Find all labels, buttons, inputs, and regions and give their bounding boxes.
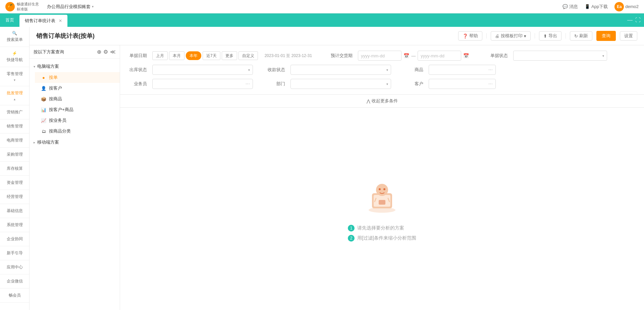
- tree-expand-icon2: ▸: [34, 141, 35, 144]
- status-select[interactable]: [514, 51, 607, 60]
- dept-select[interactable]: [291, 79, 391, 89]
- dept-select-wrapper: ▾: [290, 79, 391, 89]
- tab-home[interactable]: 首页: [0, 13, 19, 27]
- sidebar-item-newbie[interactable]: 新手引导: [0, 246, 29, 260]
- sidebar-item-sales[interactable]: 销售管理: [0, 119, 29, 134]
- collapse-text: ⋀ 收起更多条件: [367, 98, 398, 104]
- date-tag-last-month[interactable]: 上月: [152, 51, 168, 60]
- empty-hint: 1 请先选择要分析的方案 2 用[过滤]条件来缩小分析范围: [348, 225, 416, 242]
- scheme-by-category[interactable]: 🗂 按商品分类: [35, 126, 120, 137]
- scheme-by-order[interactable]: ● 按单: [35, 72, 120, 83]
- query-button[interactable]: 查询: [596, 31, 616, 41]
- collapse-icon: ⋀: [367, 99, 370, 104]
- tree-pc-parent[interactable]: ▾ 电脑端方案: [30, 61, 120, 72]
- hint-number-2: 2: [348, 235, 355, 242]
- staff-input[interactable]: [155, 80, 246, 88]
- radio-icon: ●: [40, 74, 47, 81]
- refresh-button[interactable]: ↻ 刷新: [570, 31, 592, 41]
- tree-mobile-parent[interactable]: ▸ 移动端方案: [30, 137, 120, 148]
- status-select-wrapper: ▾: [513, 51, 607, 61]
- divider2: [535, 33, 535, 39]
- sidebar-item-collab[interactable]: 企业协同: [0, 232, 29, 246]
- tab-minimize-icon[interactable]: —: [627, 17, 633, 23]
- scheme-by-customer[interactable]: 👤 按客户: [35, 83, 120, 94]
- sidebar-quick-nav[interactable]: ⚡ 快捷导航: [0, 47, 29, 67]
- pay-status-select[interactable]: [291, 65, 391, 74]
- calendar-to-icon[interactable]: 📅: [463, 53, 469, 58]
- tab-sales-stats[interactable]: 销售订单统计表 ✕: [19, 15, 67, 27]
- sidebar-item-ecom[interactable]: 电商管理: [0, 134, 29, 148]
- quick-nav-icon: ⚡: [12, 51, 17, 56]
- logo-area: 🍊 畅捷通好生意 标准版: [5, 2, 39, 11]
- top-bar-right: 💬 消息 📱 App下载 Ea demo2: [562, 2, 639, 11]
- date-tag-more[interactable]: 更多: [222, 51, 237, 60]
- sidebar-search[interactable]: 🔍 搜索菜单: [0, 27, 29, 47]
- download-icon: 📱: [585, 4, 590, 9]
- date-tag-this-year[interactable]: 本年: [186, 51, 201, 60]
- print-button[interactable]: 🖨 按模板打印 ▾: [491, 31, 531, 41]
- date-tag-this-month[interactable]: 本月: [169, 51, 184, 60]
- sidebar-item-finance[interactable]: 资金管理: [0, 176, 29, 190]
- staff-label: 业务员: [127, 81, 147, 87]
- date-label: 单据日期: [127, 53, 147, 59]
- date-tag-7days[interactable]: 近7天: [203, 51, 220, 60]
- message-button[interactable]: 💬 消息: [562, 4, 578, 10]
- user-area[interactable]: Ea demo2: [614, 2, 639, 11]
- logo-text: 畅捷通好生意 标准版: [17, 2, 39, 11]
- sidebar-item-wechat[interactable]: 企业微信: [0, 274, 29, 289]
- pay-status-select-wrapper: ▾: [290, 65, 391, 75]
- svg-point-3: [376, 184, 388, 196]
- settings-button[interactable]: 设置: [620, 31, 637, 41]
- app-selector[interactable]: 办公用品行业模拟账套 ▾: [47, 4, 94, 10]
- filter-row-2: 出库状态 ▾ 收款状态 ▾ 商品 ···: [127, 65, 637, 75]
- logo-icon: 🍊: [5, 2, 15, 11]
- page-actions: ❓ 帮助 🖨 按模板打印 ▾ ⬆ 导出 ↻ 刷新: [458, 31, 637, 41]
- expected-delivery-label: 预计交货期: [331, 53, 353, 59]
- goods-more-icon[interactable]: ···: [488, 67, 493, 73]
- sidebar-item-ops[interactable]: 经营管理: [0, 190, 29, 204]
- print-icon: 🖨: [495, 34, 499, 39]
- collapse-conditions-bar[interactable]: ⋀ 收起更多条件: [120, 95, 644, 108]
- date-tag-custom[interactable]: 自定义: [238, 51, 258, 60]
- tab-close-icon[interactable]: ✕: [59, 18, 62, 23]
- tab-expand-icon[interactable]: ⛶: [635, 17, 641, 23]
- print-dropdown-icon: ▾: [524, 34, 526, 39]
- sidebar-item-basic[interactable]: 基础信息: [0, 204, 29, 218]
- chevron-down-icon: ▾: [92, 5, 94, 8]
- download-button[interactable]: 📱 App下载: [585, 4, 608, 10]
- goods-input[interactable]: [432, 66, 488, 74]
- ship-status-select[interactable]: [153, 65, 253, 74]
- main-content: 🔍 搜索菜单 ⚡ 快捷导航 零售管理 ▾ 批发管理 ▴ 营销推广 销售管理 电商…: [0, 27, 644, 310]
- search-icon: 🔍: [12, 31, 17, 36]
- date-sep: —: [411, 53, 416, 58]
- staff-more-icon[interactable]: ···: [246, 81, 250, 87]
- export-button[interactable]: ⬆ 导出: [539, 31, 561, 41]
- date-from-input[interactable]: [358, 51, 401, 61]
- sidebar-item-system[interactable]: 系统管理: [0, 218, 29, 232]
- collapse-panel-icon[interactable]: ≪: [110, 49, 116, 55]
- settings-scheme-icon[interactable]: ⚙: [103, 49, 108, 55]
- add-scheme-icon[interactable]: ⊕: [97, 49, 101, 55]
- scheme-by-staff[interactable]: 📈 按业务员: [35, 115, 120, 126]
- scheme-by-product[interactable]: 📦 按商品: [35, 94, 120, 104]
- customer-more-icon[interactable]: ···: [488, 81, 493, 87]
- main-area: 单据日期 上月 本月 本年 近7天 更多 自定义 2023-01-01 至 20…: [120, 45, 644, 310]
- date-to-input[interactable]: [418, 51, 461, 61]
- filter-row-3: 业务员 ··· 部门 ▾ 客户 ···: [127, 79, 637, 89]
- sidebar-item-purchase[interactable]: 采购管理: [0, 148, 29, 162]
- table-icon: 🗂: [40, 128, 47, 135]
- scheme-by-cust-prod[interactable]: 📊 按客户+商品: [35, 104, 120, 115]
- sidebar-item-apps[interactable]: 应用中心: [0, 260, 29, 274]
- box-icon: 📦: [40, 96, 47, 102]
- sidebar-item-member[interactable]: 畅会员: [0, 289, 29, 303]
- hint-number-1: 1: [348, 225, 355, 231]
- sidebar-item-marketing[interactable]: 营销推广: [0, 105, 29, 119]
- empty-state: 1 请先选择要分析的方案 2 用[过滤]条件来缩小分析范围: [120, 108, 644, 310]
- sidebar-item-retail[interactable]: 零售管理 ▾: [0, 67, 29, 86]
- calendar-from-icon[interactable]: 📅: [404, 53, 409, 58]
- customer-input[interactable]: [432, 80, 488, 88]
- help-button[interactable]: ❓ 帮助: [458, 31, 482, 41]
- refresh-icon: ↻: [574, 34, 578, 39]
- sidebar-item-inventory[interactable]: 库存核算: [0, 162, 29, 176]
- sidebar-item-wholesale[interactable]: 批发管理 ▴: [0, 86, 29, 105]
